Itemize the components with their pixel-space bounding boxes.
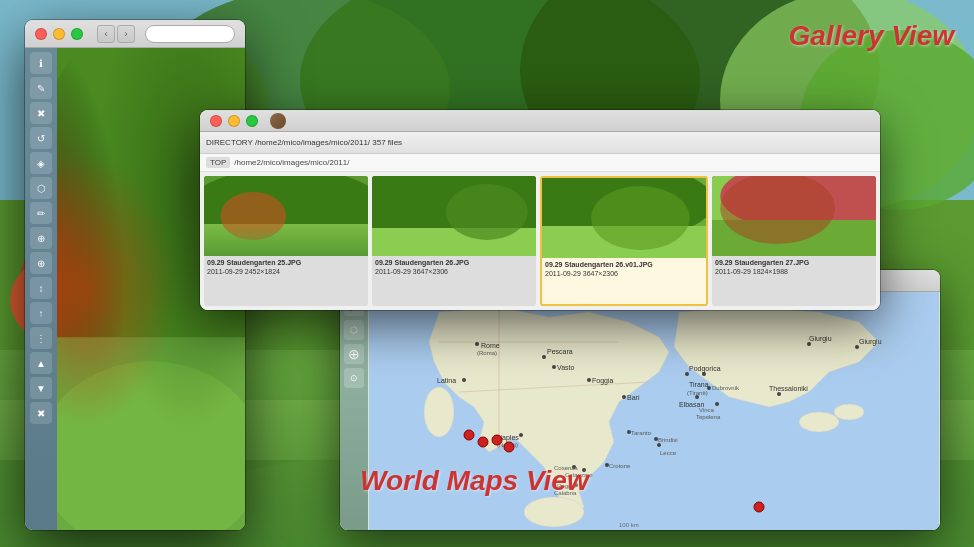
gallery-item-4[interactable]: 09.29 Staudengarten 27.JPG 2011-09-29 18… xyxy=(712,176,876,306)
main-titlebar: ‹ › xyxy=(25,20,245,48)
gallery-label-3: 09.29 Staudengarten 26.v01.JPG 2011-09-2… xyxy=(542,258,706,280)
svg-point-64 xyxy=(685,372,689,376)
sidebar-grid-icon[interactable]: ⋮ xyxy=(30,327,52,349)
svg-text:Foggia: Foggia xyxy=(592,377,614,385)
svg-point-96 xyxy=(504,442,514,452)
svg-text:Pescara: Pescara xyxy=(547,348,573,355)
close-button[interactable] xyxy=(35,28,47,40)
svg-point-37 xyxy=(524,497,584,527)
gallery-date-4: 2011-09-29 1824×1988 xyxy=(715,267,873,276)
gallery-date-1: 2011-09-29 2452×1824 xyxy=(207,267,365,276)
sidebar-up-icon[interactable]: ↑ xyxy=(30,302,52,324)
svg-point-58 xyxy=(552,365,556,369)
svg-point-17 xyxy=(57,48,170,530)
svg-text:Bari: Bari xyxy=(627,394,640,401)
svg-point-23 xyxy=(220,192,286,240)
svg-text:(Roma): (Roma) xyxy=(477,350,497,356)
gallery-label-2: 09.29 Staudengarten 26.JPG 2011-09-29 36… xyxy=(372,256,536,278)
sidebar-x-icon[interactable]: ✖ xyxy=(30,402,52,424)
directory-label: DIRECTORY /home2/mico/images/mico/2011/ … xyxy=(206,138,402,147)
gallery-thumb-1 xyxy=(204,176,368,256)
sidebar-add2-icon[interactable]: ⊕ xyxy=(30,252,52,274)
svg-point-50 xyxy=(587,378,591,382)
gallery-thumb-3 xyxy=(542,178,706,258)
gallery-close-button[interactable] xyxy=(210,115,222,127)
sidebar-edit-icon[interactable]: ✎ xyxy=(30,77,52,99)
gallery-label-1: 09.29 Staudengarten 25.JPG 2011-09-29 24… xyxy=(204,256,368,278)
map-sidebar-2[interactable]: ⬡ xyxy=(344,320,364,340)
sidebar-up2-icon[interactable]: ▲ xyxy=(30,352,52,374)
world-maps-label: World Maps View xyxy=(360,465,589,497)
sidebar-close-icon[interactable]: ✖ xyxy=(30,102,52,124)
svg-point-44 xyxy=(475,342,479,346)
svg-point-71 xyxy=(807,342,811,346)
svg-point-47 xyxy=(519,433,523,437)
thumb-svg-2 xyxy=(372,176,536,256)
svg-point-93 xyxy=(464,430,474,440)
svg-text:Lecce: Lecce xyxy=(660,450,677,456)
address-bar[interactable] xyxy=(145,25,235,43)
gallery-item-3[interactable]: 09.29 Staudengarten 26.v01.JPG 2011-09-2… xyxy=(540,176,708,306)
svg-text:Podgorica: Podgorica xyxy=(689,365,721,373)
forward-button[interactable]: › xyxy=(117,25,135,43)
sidebar-add-icon[interactable]: ⊕ xyxy=(30,227,52,249)
svg-point-56 xyxy=(542,355,546,359)
top-button[interactable]: TOP xyxy=(206,157,230,168)
sidebar-hex-icon[interactable]: ⬡ xyxy=(30,177,52,199)
svg-text:Taranto: Taranto xyxy=(631,430,652,436)
svg-point-97 xyxy=(754,502,764,512)
sidebar-arrows-icon[interactable]: ↕ xyxy=(30,277,52,299)
gallery-label-4: 09.29 Staudengarten 27.JPG 2011-09-29 18… xyxy=(712,256,876,278)
sidebar-draw-icon[interactable]: ✏ xyxy=(30,202,52,224)
svg-text:Giurgiu: Giurgiu xyxy=(859,338,882,346)
svg-point-67 xyxy=(695,395,699,399)
svg-text:Vinca: Vinca xyxy=(699,407,715,413)
sidebar-refresh-icon[interactable]: ↺ xyxy=(30,127,52,149)
svg-point-87 xyxy=(657,443,661,447)
maximize-button[interactable] xyxy=(71,28,83,40)
gallery-minimize-button[interactable] xyxy=(228,115,240,127)
svg-point-31 xyxy=(591,186,689,250)
svg-point-38 xyxy=(424,387,454,437)
svg-point-60 xyxy=(702,372,706,376)
svg-text:Rome: Rome xyxy=(481,342,500,349)
sidebar-down-icon[interactable]: ▼ xyxy=(30,377,52,399)
sidebar-info-icon[interactable]: ℹ xyxy=(30,52,52,74)
svg-text:100 km: 100 km xyxy=(619,522,639,528)
minimize-button[interactable] xyxy=(53,28,65,40)
gallery-item-1[interactable]: 09.29 Staudengarten 25.JPG 2011-09-29 24… xyxy=(204,176,368,306)
svg-text:Dubrovnik: Dubrovnik xyxy=(712,385,740,391)
nav-buttons: ‹ › xyxy=(97,25,135,43)
gallery-grid: 09.29 Staudengarten 25.JPG 2011-09-29 24… xyxy=(200,172,880,310)
svg-text:Tirana: Tirana xyxy=(689,381,709,388)
thumb-svg-1 xyxy=(204,176,368,256)
svg-text:Crotone: Crotone xyxy=(609,463,631,469)
svg-rect-22 xyxy=(204,224,368,256)
map-sidebar-3[interactable]: ⊕ xyxy=(344,344,364,364)
map-sidebar-4[interactable]: ⊙ xyxy=(344,368,364,388)
svg-text:Vasto: Vasto xyxy=(557,364,574,371)
svg-rect-18 xyxy=(57,337,245,530)
gallery-maximize-button[interactable] xyxy=(246,115,258,127)
svg-text:Tepelena: Tepelena xyxy=(696,414,721,420)
gallery-item-2[interactable]: 09.29 Staudengarten 26.JPG 2011-09-29 36… xyxy=(372,176,536,306)
thumb-svg-4 xyxy=(712,176,876,256)
svg-point-94 xyxy=(478,437,488,447)
svg-point-91 xyxy=(855,345,859,349)
user-avatar xyxy=(270,113,286,129)
svg-text:Thessaloniki: Thessaloniki xyxy=(769,385,808,392)
gallery-thumb-4 xyxy=(712,176,876,256)
svg-text:Brindisi: Brindisi xyxy=(658,437,678,443)
svg-point-52 xyxy=(622,395,626,399)
svg-text:Giurgiu: Giurgiu xyxy=(809,335,832,343)
back-button[interactable]: ‹ xyxy=(97,25,115,43)
gallery-directory-bar: DIRECTORY /home2/mico/images/mico/2011/ … xyxy=(200,132,880,154)
gallery-titlebar xyxy=(200,110,880,132)
gallery-thumb-2 xyxy=(372,176,536,256)
svg-point-69 xyxy=(777,392,781,396)
gallery-breadcrumb: TOP /home2/mico/images/mico/2011/ xyxy=(200,154,880,172)
sidebar-layers-icon[interactable]: ◈ xyxy=(30,152,52,174)
gallery-view-label: Gallery View xyxy=(789,20,955,52)
sidebar: ℹ ✎ ✖ ↺ ◈ ⬡ ✏ ⊕ ⊕ ↕ ↑ ⋮ ▲ ▼ ✖ xyxy=(25,48,57,530)
gallery-date-3: 2011-09-29 3647×2306 xyxy=(545,269,703,278)
